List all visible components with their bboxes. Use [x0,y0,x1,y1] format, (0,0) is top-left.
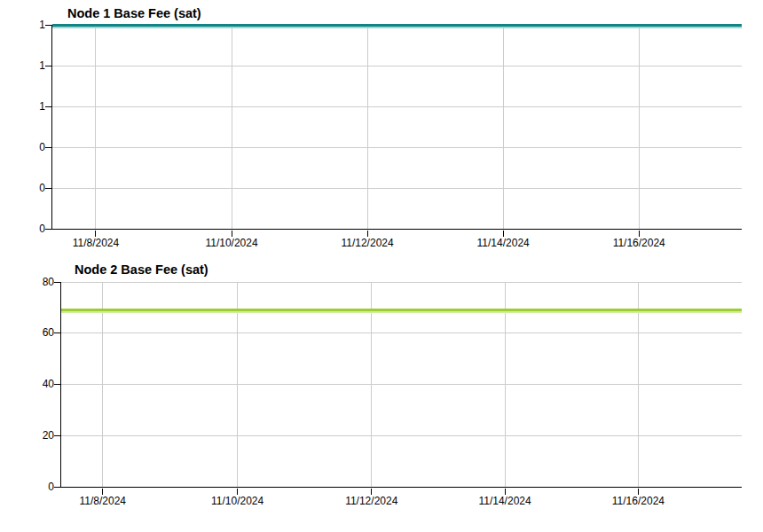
x-gridline [237,282,238,487]
y-gridline [61,332,742,333]
x-axis-tick-label: 11/16/2024 [585,495,691,508]
y-gridline [61,282,742,283]
y-axis-tick-label: 20 [13,429,54,442]
y-axis-tick [54,332,60,333]
x-axis-tick-label: 11/16/2024 [586,237,692,250]
x-axis-tick [367,231,368,237]
chart-title: Node 2 Base Fee (sat) [75,262,208,277]
y-axis-tick [54,487,60,488]
plot-area: 80604020011/8/202411/10/202411/12/202411… [60,282,742,488]
y-axis-tick-label: 0 [4,141,45,154]
y-axis-tick-label: 1 [4,19,45,32]
x-axis-tick [639,231,640,237]
y-axis-tick [54,282,60,283]
x-gridline [638,282,639,487]
y-axis-tick-label: 40 [13,378,54,391]
y-axis-tick [54,435,60,436]
y-axis-tick-label: 0 [4,182,45,195]
x-axis-tick-label: 11/8/2024 [50,495,156,508]
x-axis-tick [503,231,504,237]
x-gridline [639,25,640,229]
x-axis-tick-label: 11/10/2024 [178,237,285,250]
x-gridline [367,25,368,229]
y-axis-tick [45,229,51,230]
x-axis-tick-label: 11/10/2024 [185,495,291,508]
x-axis-tick-label: 11/8/2024 [43,237,149,250]
y-axis-tick [45,147,51,148]
x-axis-tick [505,489,506,495]
y-axis-tick [54,384,60,385]
y-axis-tick [45,188,51,189]
x-gridline [371,282,372,487]
series-line [52,24,742,27]
y-gridline [61,384,742,385]
plot-area: 11100011/8/202411/10/202411/12/202411/14… [51,25,742,230]
series-line [61,309,742,311]
y-axis-tick-label: 60 [13,326,54,340]
y-axis-tick-label: 1 [4,59,45,73]
x-axis-tick-label: 11/14/2024 [450,237,556,250]
y-axis-tick [45,25,51,26]
x-axis-tick-label: 11/14/2024 [452,495,558,508]
x-axis-tick [237,489,238,495]
base-fee-dashboard: Node 1 Base Fee (sat) 11100011/8/202411/… [0,0,763,532]
x-axis-tick [638,489,639,495]
x-axis-tick [95,231,96,237]
x-gridline [503,25,504,229]
x-axis-tick-label: 11/12/2024 [319,495,425,508]
y-axis-tick-label: 1 [4,100,45,113]
x-axis-tick [371,489,372,495]
y-axis-tick [45,106,51,107]
x-axis-tick [102,489,103,495]
x-axis-tick-label: 11/12/2024 [314,237,421,250]
y-axis-tick [45,66,51,66]
x-gridline [505,282,506,487]
y-axis-tick-label: 80 [13,276,54,289]
y-gridline [61,435,742,436]
x-gridline [102,282,103,487]
chart-title: Node 1 Base Fee (sat) [67,6,201,20]
x-gridline [232,25,232,229]
x-gridline [95,25,96,229]
y-axis-tick-label: 0 [13,481,54,494]
y-axis-tick-label: 0 [4,223,45,236]
x-axis-tick [232,231,232,237]
